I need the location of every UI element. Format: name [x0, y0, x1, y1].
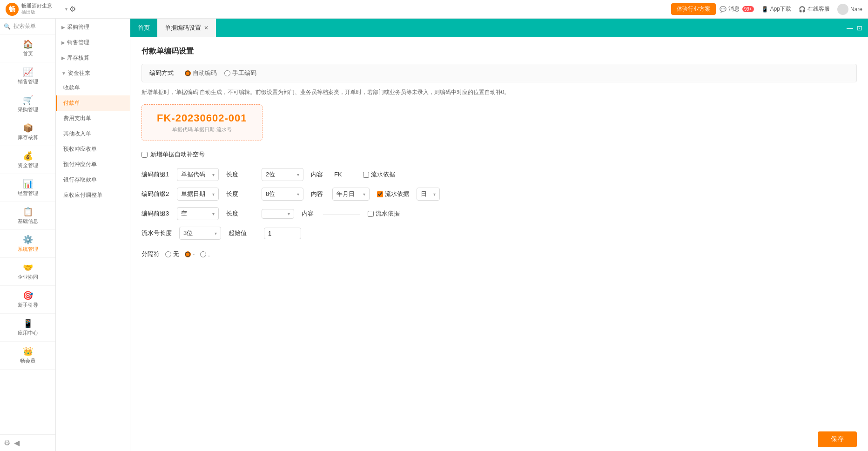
second-sidebar: ▶ 采购管理 ▶ 销售管理 ▶ 库存核算 ▼ 资金往来 收款单 付款单 费用支出…	[56, 19, 130, 451]
group-header-capital[interactable]: ▼ 资金往来	[56, 65, 130, 80]
page-body: 付款单编码设置 编码方式 自动编码 手工编码	[130, 37, 868, 427]
encoding-method-row: 编码方式 自动编码 手工编码	[141, 64, 857, 82]
menu-item-receipt[interactable]: 收款单	[56, 80, 130, 95]
tab-bar: 首页 单据编码设置 ✕ — ⊡	[130, 19, 868, 37]
length1-label: 长度	[226, 170, 254, 179]
app-download-action[interactable]: 📱 App下载	[761, 5, 791, 13]
save-button[interactable]: 保存	[818, 431, 857, 447]
content2-select[interactable]: 年月日 ▾	[332, 188, 370, 201]
collapse-icon[interactable]: ◀	[14, 438, 20, 447]
group-header-purchase[interactable]: ▶ 采购管理	[56, 19, 130, 34]
sep-hyphen-option[interactable]: -	[185, 251, 195, 258]
search-label: 搜索菜单	[13, 22, 36, 30]
message-action[interactable]: 💬 消息 99+	[720, 5, 754, 13]
length1-arrow-icon: ▾	[297, 172, 299, 177]
sidebar-bottom: ⚙ ◀	[0, 434, 55, 451]
sep-hyphen-radio[interactable]	[185, 251, 191, 257]
sidebar-item-appstore[interactable]: 📱 应用中心	[0, 314, 55, 342]
prefix1-select[interactable]: 单据代码 ▾	[177, 168, 219, 181]
content2-arrow-icon: ▾	[363, 192, 365, 197]
tab-close-icon[interactable]: ✕	[204, 25, 209, 31]
auto-code-option[interactable]: 自动编码	[185, 69, 217, 77]
user-area[interactable]: Nare	[837, 4, 862, 15]
prefix1-row: 编码前缀1 单据代码 ▾ 长度 2位 ▾ 内容 FK	[141, 168, 857, 181]
online-service-action[interactable]: 🎧 在线客服	[799, 5, 830, 13]
stream1-label: 流水依据	[371, 170, 395, 179]
group-header-inventory[interactable]: ▶ 库存核算	[56, 49, 130, 65]
auto-fill-row: 新增单据自动补空号	[141, 150, 857, 159]
basic-icon: 📋	[23, 207, 33, 217]
search-icon: 🔍	[4, 23, 11, 30]
home-icon: 🏠	[23, 39, 33, 49]
sidebar-item-operation[interactable]: 📊 经营管理	[0, 174, 55, 202]
sidebar-item-finance[interactable]: 💰 资金管理	[0, 146, 55, 174]
message-badge: 99+	[742, 6, 754, 12]
group-header-sales[interactable]: ▶ 销售管理	[56, 34, 130, 49]
manual-code-option[interactable]: 手工编码	[224, 69, 256, 77]
length1-select[interactable]: 2位 ▾	[262, 168, 303, 181]
breadcrumb-area: ▾ ⚙	[65, 5, 667, 13]
menu-item-bank[interactable]: 银行存取款单	[56, 172, 130, 188]
prefix3-select[interactable]: 空 ▾	[177, 207, 219, 220]
sep-none-option[interactable]: 无	[165, 250, 179, 258]
stream2-unit-select[interactable]: 日 ▾	[417, 188, 440, 201]
sidebar-item-member[interactable]: 👑 畅会员	[0, 342, 55, 370]
finance-icon: 💰	[23, 151, 33, 161]
content1-label: 内容	[311, 170, 325, 179]
sep-none-radio[interactable]	[165, 251, 171, 257]
prefix3-arrow-icon: ▾	[212, 211, 215, 216]
sep-dot-option[interactable]: .	[200, 251, 210, 258]
prefix2-select[interactable]: 单据日期 ▾	[177, 188, 219, 201]
menu-item-expense[interactable]: 费用支出单	[56, 111, 130, 126]
menu-item-other-income[interactable]: 其他收入单	[56, 126, 130, 141]
sidebar-item-system[interactable]: ⚙️ 系统管理	[0, 230, 55, 258]
length2-select[interactable]: 8位 ▾	[262, 188, 303, 201]
member-icon: 👑	[23, 346, 33, 357]
code-desc: 单据代码-单据日期-流水号	[157, 126, 247, 133]
stream2-checkbox[interactable]	[377, 191, 383, 197]
inventory-arrow-icon: ▶	[61, 55, 65, 61]
length2-label: 长度	[226, 190, 254, 198]
bottom-settings-icon[interactable]: ⚙	[4, 438, 10, 447]
length3-select[interactable]: ▾	[262, 209, 294, 219]
right-actions: 💬 消息 99+ 📱 App下载 🎧 在线客服 Nare	[720, 4, 862, 15]
stream2-label: 流水依据	[385, 190, 409, 198]
page-title: 付款单编码设置	[141, 47, 857, 56]
sidebar-item-sales[interactable]: 📈 销售管理	[0, 62, 55, 90]
stream3-label: 流水依据	[376, 209, 400, 218]
sidebar-item-enterprise[interactable]: 🤝 企业协同	[0, 258, 55, 286]
sidebar-search[interactable]: 🔍 搜索菜单	[0, 19, 55, 34]
sidebar-item-home[interactable]: 🏠 首页	[0, 34, 55, 62]
sidebar-item-basic[interactable]: 📋 基础信息	[0, 202, 55, 230]
menu-item-advance-pay[interactable]: 预付冲应付单	[56, 157, 130, 172]
length3-label: 长度	[226, 209, 254, 218]
sidebar-item-newguide[interactable]: 🎯 新手引导	[0, 286, 55, 314]
settings-icon[interactable]: ⚙	[69, 5, 76, 13]
start-value-input[interactable]	[264, 228, 301, 239]
stream1-checkbox[interactable]	[363, 172, 369, 178]
serial-length-select[interactable]: 3位 ▾	[179, 227, 221, 240]
content3-value	[323, 213, 360, 215]
trial-button[interactable]: 体验行业方案	[671, 3, 716, 15]
auto-fill-checkbox[interactable]	[141, 152, 148, 158]
menu-item-advance-receive[interactable]: 预收冲应收单	[56, 141, 130, 157]
stream3-checkbox[interactable]	[368, 211, 374, 217]
dropdown-icon[interactable]: ▾	[65, 7, 67, 12]
sales-icon: 📈	[23, 67, 33, 77]
tab-home[interactable]: 首页	[130, 19, 157, 37]
content-area: 付款单编码设置 编码方式 自动编码 手工编码	[130, 37, 868, 427]
menu-item-adjustment[interactable]: 应收应付调整单	[56, 188, 130, 203]
sidebar-item-purchase[interactable]: 🛒 采购管理	[0, 90, 55, 118]
manual-code-radio[interactable]	[224, 70, 230, 76]
prefix2-arrow-icon: ▾	[212, 192, 215, 197]
tab-code-settings[interactable]: 单据编码设置 ✕	[157, 19, 216, 37]
sidebar-item-inventory[interactable]: 📦 库存核算	[0, 118, 55, 146]
appstore-icon: 📱	[23, 318, 33, 329]
minimize-icon[interactable]: —	[847, 24, 853, 32]
maximize-icon[interactable]: ⊡	[857, 24, 862, 32]
auto-code-radio[interactable]	[185, 70, 191, 76]
content1-value: FK	[332, 170, 356, 179]
serial-length-arrow-icon: ▾	[215, 231, 217, 236]
sep-dot-radio[interactable]	[200, 251, 206, 257]
menu-item-payment[interactable]: 付款单	[56, 95, 130, 111]
